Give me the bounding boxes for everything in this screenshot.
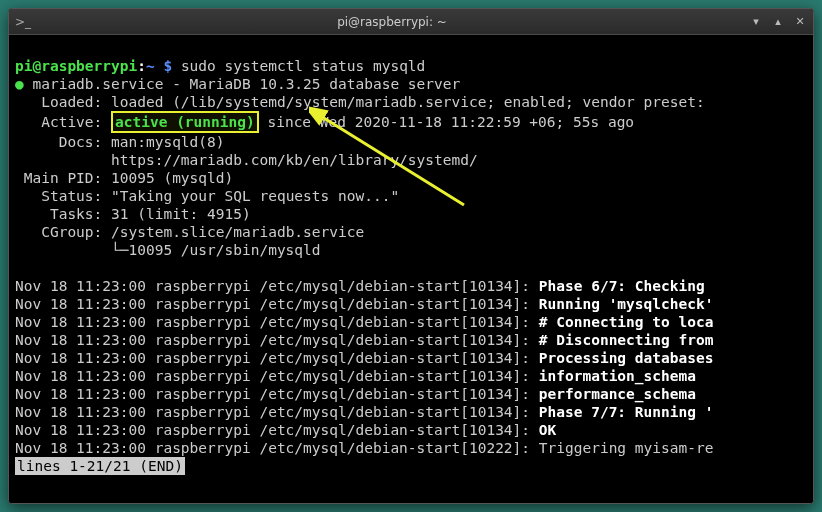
log-line: Nov 18 11:23:00 raspberrypi /etc/mysql/d… bbox=[15, 368, 696, 384]
minimize-button[interactable]: ▾ bbox=[749, 15, 763, 28]
maximize-button[interactable]: ▴ bbox=[771, 15, 785, 28]
log-line: Nov 18 11:23:00 raspberrypi /etc/mysql/d… bbox=[15, 332, 713, 348]
pager-status: lines 1-21/21 (END) bbox=[15, 457, 185, 475]
log-line: Nov 18 11:23:00 raspberrypi /etc/mysql/d… bbox=[15, 404, 713, 420]
active-line: Active: active (running) since Wed 2020-… bbox=[15, 114, 634, 130]
cgroup-tree: └─10095 /usr/sbin/mysqld bbox=[15, 242, 321, 258]
log-line: Nov 18 11:23:00 raspberrypi /etc/mysql/d… bbox=[15, 296, 713, 312]
docs-line2: https://mariadb.com/kb/en/library/system… bbox=[15, 152, 478, 168]
log-line: Nov 18 11:23:00 raspberrypi /etc/mysql/d… bbox=[15, 314, 713, 330]
loaded-line: Loaded: loaded (/lib/systemd/system/mari… bbox=[15, 94, 705, 110]
close-button[interactable]: ✕ bbox=[793, 15, 807, 28]
terminal-body[interactable]: pi@raspberrypi:~ $ sudo systemctl status… bbox=[9, 35, 813, 503]
prompt-line: pi@raspberrypi:~ $ sudo systemctl status… bbox=[15, 58, 425, 74]
prompt-path: ~ $ bbox=[146, 58, 172, 74]
log-line: Nov 18 11:23:00 raspberrypi /etc/mysql/d… bbox=[15, 350, 713, 366]
terminal-window: >_ pi@raspberrypi: ~ ▾ ▴ ✕ pi@raspberryp… bbox=[8, 8, 814, 504]
prompt-userhost: pi@raspberrypi bbox=[15, 58, 137, 74]
window-controls: ▾ ▴ ✕ bbox=[749, 15, 807, 28]
terminal-icon: >_ bbox=[15, 14, 31, 30]
tasks-line: Tasks: 31 (limit: 4915) bbox=[15, 206, 251, 222]
command-text: sudo systemctl status mysqld bbox=[172, 58, 425, 74]
log-line: Nov 18 11:23:00 raspberrypi /etc/mysql/d… bbox=[15, 440, 713, 456]
docs-line1: Docs: man:mysqld(8) bbox=[15, 134, 225, 150]
window-title: pi@raspberrypi: ~ bbox=[35, 15, 749, 29]
cgroup-line: CGroup: /system.slice/mariadb.service bbox=[15, 224, 364, 240]
status-line: Status: "Taking your SQL requests now...… bbox=[15, 188, 399, 204]
status-bullet: ● bbox=[15, 76, 24, 92]
log-line: Nov 18 11:23:00 raspberrypi /etc/mysql/d… bbox=[15, 386, 696, 402]
titlebar[interactable]: >_ pi@raspberrypi: ~ ▾ ▴ ✕ bbox=[9, 9, 813, 35]
unit-header: ● mariadb.service - MariaDB 10.3.25 data… bbox=[15, 76, 460, 92]
active-status-highlight: active (running) bbox=[111, 111, 259, 133]
log-line: Nov 18 11:23:00 raspberrypi /etc/mysql/d… bbox=[15, 278, 713, 294]
mainpid-line: Main PID: 10095 (mysqld) bbox=[15, 170, 233, 186]
log-line: Nov 18 11:23:00 raspberrypi /etc/mysql/d… bbox=[15, 422, 556, 438]
